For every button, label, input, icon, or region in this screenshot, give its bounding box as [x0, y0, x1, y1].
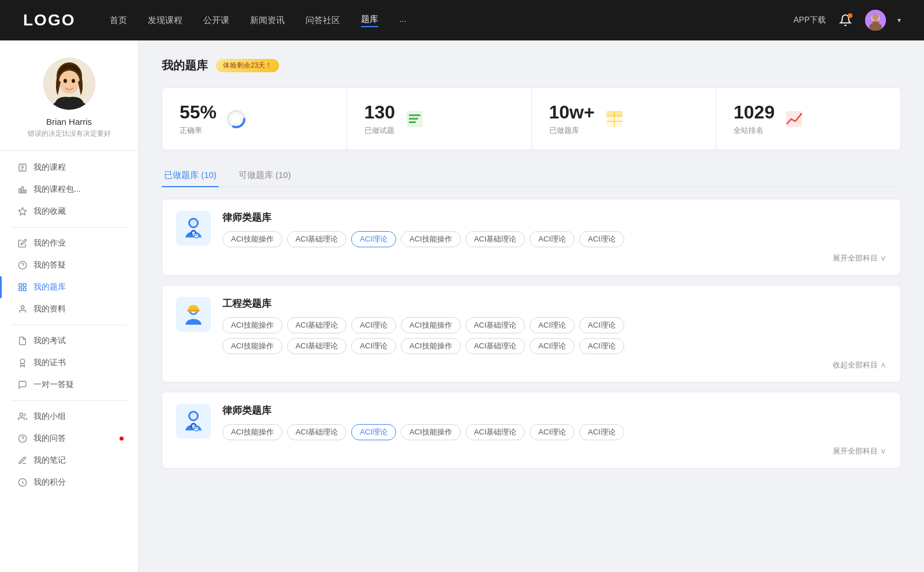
qbank-tag[interactable]: ACI理论	[579, 317, 624, 333]
svg-point-6	[59, 70, 80, 94]
stats-row: 55% 正确率 130 已做试题	[162, 87, 901, 150]
sidebar-item-my-course[interactable]: 我的课程	[0, 157, 138, 179]
qbank-expand-lawyer-2[interactable]: 展开全部科目 ∨	[222, 446, 886, 456]
sidebar-item-cert[interactable]: 我的证书	[0, 352, 138, 374]
qbank-header-lawyer-1: 律师类题库 ACI技能操作 ACI基础理论 ACI理论 ACI技能操作 ACI基…	[176, 211, 886, 263]
qbank-card-lawyer-1: 律师类题库 ACI技能操作 ACI基础理论 ACI理论 ACI技能操作 ACI基…	[162, 199, 901, 276]
svg-rect-15	[24, 190, 26, 193]
qbank-tag[interactable]: ACI技能操作	[401, 317, 461, 333]
sidebar-item-group[interactable]: 我的小组	[0, 406, 138, 428]
qbank-tag-active[interactable]: ACI理论	[351, 231, 396, 247]
qbank-tag[interactable]: ACI理论	[530, 338, 575, 354]
grid-icon	[17, 282, 28, 292]
notes-icon	[17, 455, 28, 466]
avatar	[43, 58, 95, 110]
qbank-tag[interactable]: ACI基础理论	[465, 317, 526, 333]
qbank-tag[interactable]: ACI理论	[579, 338, 624, 354]
qbank-tag[interactable]: ACI理论	[579, 231, 624, 247]
qbank-tags-lawyer-1: ACI技能操作 ACI基础理论 ACI理论 ACI技能操作 ACI基础理论 AC…	[222, 231, 886, 247]
sidebar-item-notes[interactable]: 我的笔记	[0, 450, 138, 471]
stat-accuracy-text: 55% 正确率	[180, 102, 217, 136]
qbank-tag[interactable]: ACI技能操作	[401, 338, 461, 354]
notification-bell[interactable]	[837, 12, 854, 28]
app-download-button[interactable]: APP下载	[793, 15, 826, 25]
qbank-tag[interactable]: ACI技能操作	[222, 338, 282, 354]
page-header: 我的题库 体验剩余23天！	[162, 58, 901, 73]
engineer-icon	[176, 297, 211, 332]
svg-point-3	[872, 13, 879, 21]
qbank-tag[interactable]: ACI技能操作	[222, 317, 282, 333]
qbank-tag[interactable]: ACI技能操作	[222, 231, 282, 247]
sidebar-divider-1	[12, 227, 126, 228]
sidebar-profile: Brian Harris 错误的决定比没有决定要好	[0, 58, 138, 151]
qbank-collapse-engineer[interactable]: 收起全部科目 ∧	[222, 360, 886, 370]
nav-open-course[interactable]: 公开课	[203, 15, 229, 26]
svg-marker-16	[18, 207, 26, 215]
svg-point-51	[190, 413, 197, 419]
nav-more[interactable]: ···	[399, 16, 407, 25]
nav-qbank[interactable]: 题库	[361, 14, 378, 27]
svg-rect-21	[19, 288, 22, 291]
page-title: 我的题库	[162, 58, 208, 73]
qbank-tag[interactable]: ACI基础理论	[465, 338, 526, 354]
qbank-tag-active[interactable]: ACI理论	[351, 424, 396, 440]
qbank-tag[interactable]: ACI理论	[351, 317, 396, 333]
nav-news[interactable]: 新闻资讯	[250, 15, 285, 26]
nav-home[interactable]: 首页	[110, 15, 127, 26]
nav-qa[interactable]: 问答社区	[305, 15, 340, 26]
sidebar-item-profile[interactable]: 我的资料	[0, 298, 138, 320]
sidebar: Brian Harris 错误的决定比没有决定要好 我的课程 我的课程包...	[0, 40, 139, 572]
qbank-tag[interactable]: ACI理论	[530, 231, 575, 247]
sidebar-item-favorites[interactable]: 我的收藏	[0, 200, 138, 222]
sidebar-item-homework[interactable]: 我的作业	[0, 232, 138, 254]
person-icon	[17, 304, 28, 314]
sidebar-item-points[interactable]: 我的积分	[0, 471, 138, 493]
qbank-tag[interactable]: ACI基础理论	[287, 317, 347, 333]
user-menu-chevron[interactable]: ▾	[897, 16, 901, 24]
qbank-tag[interactable]: ACI理论	[530, 424, 575, 440]
nav-courses[interactable]: 发现课程	[148, 15, 182, 26]
svg-point-25	[20, 413, 23, 416]
qbank-tag[interactable]: ACI基础理论	[465, 424, 526, 440]
tab-done[interactable]: 已做题库 (10)	[162, 164, 219, 187]
sidebar-item-course-pack[interactable]: 我的课程包...	[0, 179, 138, 200]
svg-rect-35	[409, 121, 416, 123]
sidebar-item-exam[interactable]: 我的考试	[0, 330, 138, 352]
qbank-tag[interactable]: ACI基础理论	[287, 338, 347, 354]
qbank-tag[interactable]: ACI理论	[530, 317, 575, 333]
file-text-icon	[17, 336, 28, 346]
qbank-tag[interactable]: ACI基础理论	[287, 231, 347, 247]
qbank-tag[interactable]: ACI理论	[579, 424, 624, 440]
profile-motto: 错误的决定比没有决定要好	[18, 129, 120, 139]
navbar: LOGO 首页 发现课程 公开课 新闻资讯 问答社区 题库 ··· APP下载	[0, 0, 924, 40]
qbank-tag[interactable]: ACI基础理论	[287, 424, 347, 440]
stat-done-questions-label: 已做试题	[364, 125, 395, 136]
qbank-content-engineer: 工程类题库 ACI技能操作 ACI基础理论 ACI理论 ACI技能操作 ACI基…	[222, 297, 886, 370]
sidebar-item-one-on-one[interactable]: 一对一答疑	[0, 374, 138, 396]
sidebar-item-my-qa[interactable]: 我的问答	[0, 428, 138, 450]
sidebar-item-qbank[interactable]: 我的题库	[0, 276, 138, 298]
qbank-name-lawyer-1: 律师类题库	[222, 211, 886, 224]
qbank-tag[interactable]: ACI技能操作	[401, 231, 461, 247]
qbank-tag[interactable]: ACI基础理论	[465, 231, 526, 247]
qbank-tag[interactable]: ACI技能操作	[222, 424, 282, 440]
qbank-card-engineer: 工程类题库 ACI技能操作 ACI基础理论 ACI理论 ACI技能操作 ACI基…	[162, 285, 901, 382]
svg-rect-33	[409, 114, 420, 116]
user-avatar[interactable]	[865, 10, 886, 31]
nav-menu: 首页 发现课程 公开课 新闻资讯 问答社区 题库 ···	[110, 14, 793, 27]
stat-accuracy-label: 正确率	[180, 125, 217, 136]
qbank-tag[interactable]: ACI理论	[351, 338, 396, 354]
trend-stat-icon	[784, 109, 804, 129]
bar-chart-icon	[17, 184, 28, 195]
navbar-right: APP下载 ▾	[793, 10, 901, 31]
qbank-card-lawyer-2: 律师类题库 ACI技能操作 ACI基础理论 ACI理论 ACI技能操作 ACI基…	[162, 392, 901, 469]
qbank-expand-lawyer-1[interactable]: 展开全部科目 ∨	[222, 253, 886, 263]
stat-accuracy: 55% 正确率	[162, 88, 347, 150]
stat-done-banks-label: 已做题库	[549, 125, 595, 136]
message-icon	[17, 380, 28, 390]
tab-available[interactable]: 可做题库 (10)	[236, 164, 293, 187]
qbank-tag[interactable]: ACI技能操作	[401, 424, 461, 440]
sidebar-item-qa[interactable]: 我的答疑	[0, 254, 138, 276]
tabs: 已做题库 (10) 可做题库 (10)	[162, 164, 901, 187]
svg-point-31	[231, 114, 241, 124]
